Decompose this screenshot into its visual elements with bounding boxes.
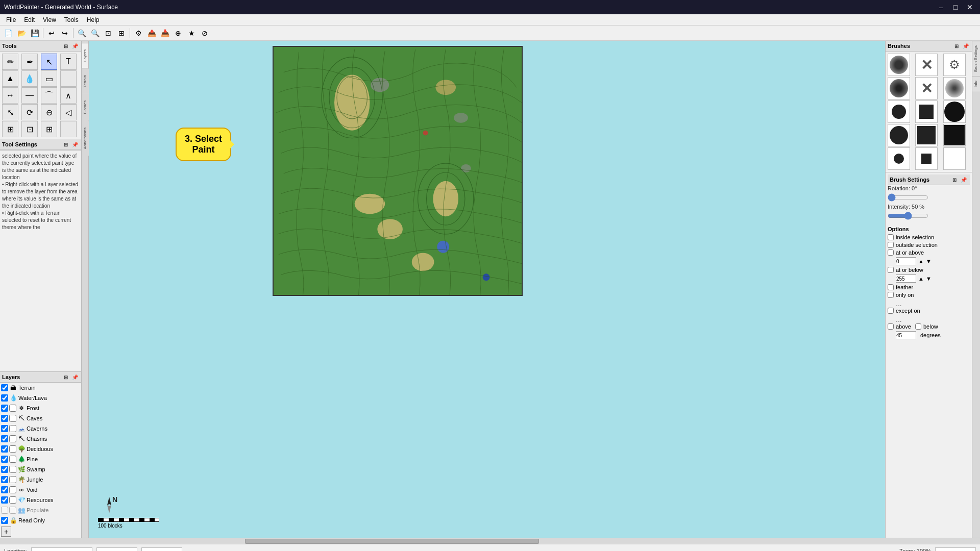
tool-text[interactable]: T [60, 54, 77, 70]
layer-item-caves[interactable]: ⛏ Caves [0, 413, 81, 423]
side-tab-terrain[interactable]: Terrain [82, 68, 89, 94]
menu-tools[interactable]: Tools [60, 15, 83, 24]
layer-check-caverns[interactable] [1, 425, 8, 432]
at-below-spinner-down[interactable]: ▼ [926, 276, 932, 282]
layer-check-swamp[interactable] [1, 466, 8, 473]
tool-up[interactable]: ∧ [60, 87, 77, 104]
toolbar-export[interactable]: 📤 [145, 27, 158, 39]
layer-check-terrain[interactable] [1, 384, 8, 391]
toolbar-fit[interactable]: ⊡ [102, 27, 114, 39]
outside-selection-check[interactable] [888, 242, 894, 248]
brush-circle-med2[interactable] [888, 124, 910, 146]
only-on-check[interactable] [888, 292, 894, 298]
brush-settings-pin-btn[interactable]: 📌 [960, 176, 968, 184]
layer-check-readonly[interactable] [1, 517, 8, 524]
brush-circle-grad-sm[interactable] [888, 54, 910, 76]
toolbar-select[interactable]: ⊞ [115, 27, 128, 39]
layers-float-btn[interactable]: ⊞ [62, 373, 70, 381]
tools-float-btn[interactable]: ⊞ [62, 42, 70, 50]
brush-square-lg[interactable] [943, 124, 966, 146]
layer-check-caves2[interactable] [9, 415, 16, 422]
horizontal-scrollbar[interactable] [0, 538, 980, 544]
tool-arrow-left[interactable]: ◁ [60, 104, 77, 120]
toolbar-new[interactable]: 📄 [2, 27, 14, 39]
layer-check-populate[interactable] [1, 507, 8, 514]
toolbar-zoom-in[interactable]: 🔍 [76, 27, 88, 39]
tool-copy[interactable]: ⊡ [21, 121, 38, 137]
layer-item-resources[interactable]: 💎 Resources [0, 495, 81, 505]
scrollbar-thumb[interactable] [245, 539, 539, 544]
brush-circle-lg[interactable] [943, 101, 966, 123]
layer-item-deciduous[interactable]: 🌳 Deciduous [0, 444, 81, 454]
side-tab-biomes[interactable]: Biomes [82, 94, 89, 121]
layer-check-swamp2[interactable] [9, 466, 16, 473]
menu-edit[interactable]: Edit [20, 15, 39, 24]
layer-item-chasms[interactable]: ⛏ Chasms [0, 434, 81, 444]
brush-square-sm2[interactable] [915, 147, 938, 170]
layer-check-pine[interactable] [1, 456, 8, 463]
brush-circle-sm[interactable] [888, 101, 910, 123]
layer-check-jungle2[interactable] [9, 476, 16, 483]
brushes-pin-btn[interactable]: 📌 [962, 42, 970, 50]
close-button[interactable]: ✕ [964, 3, 976, 12]
toolbar-undo[interactable]: ↩ [45, 27, 58, 39]
tool-settings-pin-btn[interactable]: 📌 [71, 140, 79, 148]
except-on-check[interactable] [888, 308, 894, 314]
toolbar-settings[interactable]: ⚙ [132, 27, 144, 39]
tool-grid[interactable]: ⊞ [2, 121, 18, 137]
layer-check-frost[interactable] [1, 405, 8, 412]
intensity-slider[interactable] [888, 212, 928, 220]
tool-move[interactable]: ↔ [2, 87, 18, 104]
menu-file[interactable]: File [2, 15, 20, 24]
tool-level[interactable]: ⊖ [41, 104, 57, 120]
toolbar-save[interactable]: 💾 [29, 27, 41, 39]
layer-check-frost2[interactable] [9, 405, 16, 412]
tool-water[interactable]: 💧 [21, 70, 38, 87]
right-tab-brush-settings[interactable]: Brush Settings [972, 41, 980, 76]
at-above-spinner-up[interactable]: ▲ [918, 258, 924, 264]
tool-pencil[interactable]: ✒ [21, 54, 38, 70]
side-tab-layers[interactable]: Layers [82, 43, 89, 68]
at-above-value-input[interactable] [896, 257, 916, 265]
layer-item-jungle[interactable]: 🌴 Jungle [0, 474, 81, 485]
layer-check-void2[interactable] [9, 486, 16, 493]
layer-item-readonly[interactable]: 🔒 Read Only [0, 515, 81, 525]
feather-check[interactable] [888, 284, 894, 290]
above-check[interactable] [888, 323, 894, 330]
toolbar-misc1[interactable]: ★ [185, 27, 198, 39]
below-check[interactable] [915, 323, 921, 330]
at-below-spinner-up[interactable]: ▲ [918, 276, 924, 282]
layer-check-void[interactable] [1, 486, 8, 493]
layer-check-deciduous[interactable] [1, 445, 8, 453]
layer-item-terrain[interactable]: 🏔 Terrain [0, 383, 81, 393]
layer-item-caverns[interactable]: 🗻 Caverns [0, 423, 81, 434]
layers-pin-btn[interactable]: 📌 [71, 373, 79, 381]
toolbar-zoom-out[interactable]: 🔍 [89, 27, 101, 39]
layer-check-resources2[interactable] [9, 496, 16, 504]
brushes-float-btn[interactable]: ⊞ [952, 42, 961, 50]
tool-arrows[interactable]: ⤡ [2, 104, 18, 120]
menu-view[interactable]: View [39, 15, 60, 24]
minimize-button[interactable]: – [935, 3, 947, 12]
layer-check-populate2[interactable] [9, 507, 16, 514]
toolbar-misc2[interactable]: ⊘ [199, 27, 211, 39]
brush-x-sm[interactable]: ✕ [915, 54, 938, 76]
maximize-button[interactable]: □ [949, 3, 962, 12]
tool-paint[interactable]: ✏ [2, 54, 18, 70]
toolbar-merge[interactable]: ⊕ [172, 27, 184, 39]
layer-check-jungle[interactable] [1, 476, 8, 483]
layer-item-swamp[interactable]: 🌿 Swamp [0, 464, 81, 474]
layer-item-populate[interactable]: 👥 Populate [0, 505, 81, 515]
brush-square-med[interactable] [915, 124, 938, 146]
at-above-spinner-down[interactable]: ▼ [926, 258, 932, 264]
brush-fuzzy[interactable] [943, 77, 966, 99]
brush-square-sm[interactable] [915, 101, 938, 123]
layer-check-pine2[interactable] [9, 456, 16, 463]
brush-circle-sm2[interactable] [888, 147, 910, 170]
toolbar-import[interactable]: 📥 [159, 27, 171, 39]
degrees-input[interactable] [896, 331, 916, 339]
layer-item-void[interactable]: ∞ Void [0, 485, 81, 495]
right-tab-info[interactable]: Info [972, 76, 980, 91]
layer-item-pine[interactable]: 🌲 Pine [0, 454, 81, 464]
toolbar-redo[interactable]: ↪ [59, 27, 71, 39]
